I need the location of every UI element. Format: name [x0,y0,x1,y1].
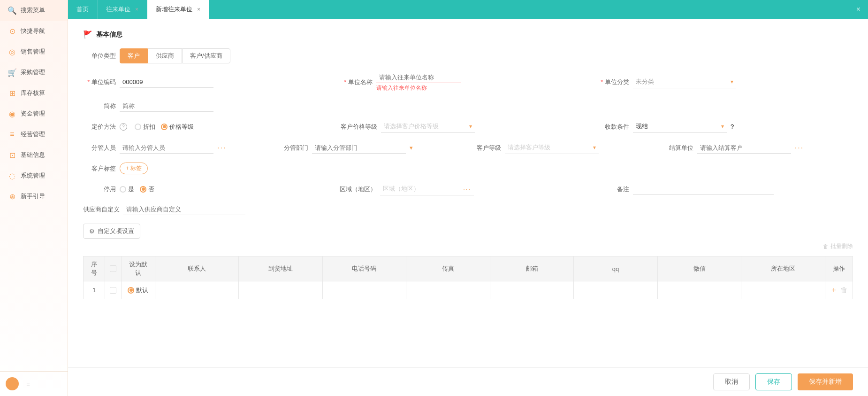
tab-partners[interactable]: 往来单位 × [98,0,147,19]
save-button[interactable]: 保存 [755,373,792,390]
sidebar-item-label: 搜索菜单 [21,6,45,15]
qq-input[interactable] [579,287,653,294]
unit-name-field: 单位名称 请输入往来单位名称 [340,72,596,92]
add-tag-button[interactable]: + 标签 [120,163,148,174]
region-field: 区域（地区） 区域（地区） ··· [340,183,596,195]
row-qq[interactable] [574,281,658,299]
sidebar-item-quick-nav[interactable]: ⊙ 快捷导航 [0,21,68,41]
manager-input[interactable] [120,142,213,154]
menu-bars-icon[interactable]: ≡ [23,378,34,389]
abbrev-input[interactable] [120,101,213,112]
pricing-discount-option[interactable]: 折扣 [135,123,155,131]
tab-new-partner-close[interactable]: × [197,6,200,13]
row-region-input[interactable] [746,287,820,294]
row-fax[interactable] [406,281,490,299]
unit-category-select[interactable]: 未分类 ▾ [633,76,736,88]
batch-delete-label[interactable]: 批量删除 [830,242,853,250]
disable-yes-option[interactable]: 是 [120,185,134,194]
row-phone[interactable] [322,281,406,299]
cancel-button[interactable]: 取消 [713,373,750,390]
sidebar-item-finance[interactable]: ◉ 资金管理 [0,103,68,124]
sidebar-item-sales[interactable]: ◎ 销售管理 [0,41,68,62]
select-all-checkbox[interactable] [110,265,116,272]
department-input[interactable] [312,142,406,154]
address-input[interactable] [244,287,318,294]
email-input[interactable] [495,287,569,294]
manager-more-icon[interactable]: ··· [217,144,226,152]
chevron-down-icon: ▾ [721,123,724,130]
unit-name-input[interactable] [376,72,461,83]
close-all-tabs-icon[interactable]: × [856,5,860,14]
supplier-custom-field: 供应商自定义 [83,204,853,215]
row-email[interactable] [490,281,574,299]
settlement-unit-input[interactable] [697,142,791,154]
disable-yes-radio[interactable] [120,186,126,193]
payment-terms-help-icon[interactable]: ? [731,123,734,130]
customer-price-select[interactable]: 请选择客户价格等级 ▾ [381,120,475,133]
remark-input[interactable] [633,184,774,195]
row-default-radio[interactable]: 默认 [126,286,150,295]
unit-type-supplier-btn[interactable]: 供应商 [148,48,182,63]
add-row-button[interactable]: ＋ [830,285,838,295]
tab-partners-close[interactable]: × [135,6,138,13]
customer-price-label: 客户价格等级 [340,123,377,131]
unit-code-input[interactable] [120,77,213,88]
finance-icon: ◉ [8,109,17,118]
sidebar-item-search[interactable]: 🔍 搜索菜单 [0,0,68,21]
row-address[interactable] [239,281,323,299]
form-content: 🚩 基本信息 单位类型 客户 供应商 客户/供应商 单位编码 单位名称 [68,19,868,367]
col-default: 设为默认 [122,256,155,281]
disable-no-radio[interactable] [140,186,146,193]
pricing-price-level-option[interactable]: 价格等级 [161,123,194,131]
row-contact[interactable] [155,281,239,299]
disable-no-option[interactable]: 否 [140,185,154,194]
sidebar-item-system[interactable]: ◌ 系统管理 [0,165,68,186]
row-seq: 1 [84,281,105,299]
discount-radio[interactable] [135,124,141,130]
wechat-input[interactable] [662,287,737,294]
batch-delete-icon: 🗑 [823,243,829,250]
sidebar-item-label: 基础信息 [21,151,45,159]
table-header-row: 序号 设为默认 联系人 到货地址 电话号码 传真 邮箱 qq 微信 所在地区 操… [84,256,853,281]
user-avatar[interactable] [6,377,19,390]
sidebar-item-inventory[interactable]: ⊞ 库存核算 [0,83,68,103]
unit-type-customer-btn[interactable]: 客户 [120,48,148,63]
row-wechat[interactable] [657,281,741,299]
help-icon[interactable]: ? [120,123,127,131]
tab-new-partner[interactable]: 新增往来单位 × [147,0,209,19]
price-level-radio[interactable] [161,124,168,130]
save-and-add-button[interactable]: 保存并新增 [798,373,853,390]
region-input[interactable]: 区域（地区） ··· [380,183,474,195]
system-icon: ◌ [8,171,17,180]
unit-type-group: 客户 供应商 客户/供应商 [120,48,230,63]
sidebar-item-basic-info[interactable]: ⊡ 基础信息 [0,145,68,165]
manager-row: 分管人员 ··· 分管部门 ▾ 客户等级 请选择客户等级 ▾ 结算单位 ··· [83,141,853,154]
row-region[interactable] [741,281,825,299]
supplier-custom-input[interactable] [123,204,245,215]
col-action: 操作 [825,256,853,281]
contact-input[interactable] [160,287,234,294]
payment-terms-select[interactable]: 现结 ▾ [633,120,727,133]
sidebar-item-operations[interactable]: ≡ 经营管理 [0,124,68,145]
default-radio[interactable] [128,287,134,294]
customer-level-select[interactable]: 请选择客户等级 ▾ [505,141,599,154]
delete-row-button[interactable]: 🗑 [840,286,848,295]
custom-settings-button[interactable]: ⚙ 自定义项设置 [83,224,140,239]
region-more-icon[interactable]: ··· [463,186,471,193]
disable-radio-group: 是 否 [120,185,154,194]
customer-tag-label: 客户标签 [83,164,116,173]
settlement-more-icon[interactable]: ··· [795,144,804,152]
price-level-label: 价格等级 [169,123,194,131]
phone-input[interactable] [327,287,402,294]
table-body: 1 默认 [84,281,853,299]
tab-home[interactable]: 首页 [68,0,98,19]
pricing-radio-group: 折扣 价格等级 [135,123,194,131]
unit-type-field: 单位类型 客户 供应商 客户/供应商 [83,48,230,63]
fax-input[interactable] [411,287,485,294]
sidebar-item-label: 快捷导航 [21,27,45,35]
unit-type-both-btn[interactable]: 客户/供应商 [182,48,230,63]
sidebar-item-purchase[interactable]: 🛒 采购管理 [0,62,68,83]
sidebar-item-guide[interactable]: ⊛ 新手引导 [0,186,68,207]
row-checkbox[interactable] [110,287,116,294]
sidebar-item-label: 资金管理 [21,109,45,118]
